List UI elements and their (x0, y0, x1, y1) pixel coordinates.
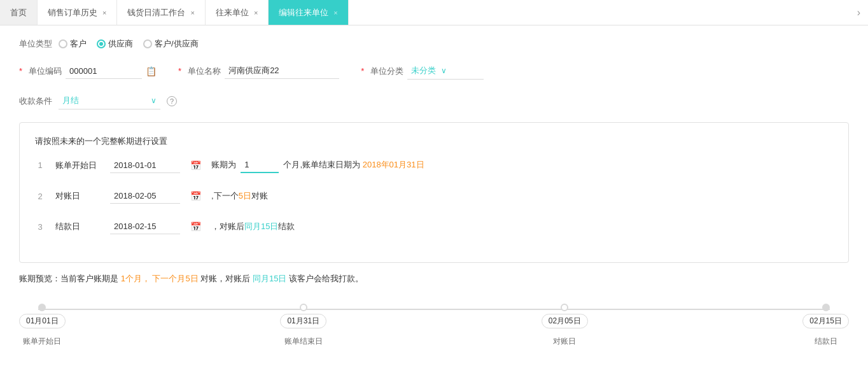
timeline-label-2: 01月31日 (280, 314, 326, 328)
chevron-down-icon: ∨ (441, 66, 447, 75)
tabs-bar: 首页 销售订单历史 × 钱货日清工作台 × 往来单位 × 编辑往来单位 × › (0, 0, 868, 25)
main-content: 单位类型 客户 供应商 客户/供应商 * 单位编码 📋 * 单位名称 (0, 25, 868, 387)
tab-sales-close-icon[interactable]: × (102, 9, 106, 17)
period-suffix-3: 结款 (278, 222, 295, 231)
timeline-sub-4: 结款日 (815, 336, 837, 347)
preview-part4: 同月15日 (253, 274, 286, 283)
tab-partner-unit[interactable]: 往来单位 × (206, 0, 269, 25)
period-prefix-2: ,下一个 (211, 191, 239, 201)
question-icon[interactable]: ? (167, 96, 177, 106)
period-date-input-2[interactable] (110, 188, 180, 204)
timeline-point-1: 01月01日 账单开始日 (19, 304, 66, 347)
timeline-point-4: 02月15日 结款日 (802, 304, 849, 347)
tab-cash-close-icon[interactable]: × (190, 9, 194, 17)
timeline-point-3: 02月05日 对账日 (542, 304, 588, 347)
period-calendar-icon-2[interactable]: 📅 (190, 191, 201, 201)
period-settings-title: 请按照未来的一个完整帐期进行设置 (35, 136, 833, 147)
period-row-1: 1 账单开始日 📅 账期为 个月,账单结束日期为 2018年01月31日 (35, 157, 833, 173)
timeline-sub-3: 对账日 (553, 336, 576, 347)
tab-home-label: 首页 (10, 7, 27, 18)
period-row-2: 2 对账日 📅 ,下一个5日对账 (35, 188, 833, 204)
preview-part1: 1个月， (121, 274, 150, 283)
period-num-3: 3 (35, 222, 45, 232)
period-desc-2: ,下一个5日对账 (211, 190, 268, 202)
period-suffix-2: 对账 (251, 191, 268, 201)
preview-part2: 下一个月5日 (152, 274, 198, 283)
period-highlight-day-2: 5日 (239, 191, 251, 201)
period-date-input-1[interactable] (110, 158, 180, 173)
timeline-dot-1 (38, 304, 46, 311)
tab-partner-close-icon[interactable]: × (254, 9, 258, 17)
period-date-input-3[interactable] (110, 219, 180, 234)
payment-terms-row: 收款条件 月结 ∨ ? (19, 92, 849, 109)
unit-type-radio-group: 客户 供应商 客户/供应商 (59, 38, 199, 50)
tab-cash-label: 钱货日清工作台 (127, 7, 185, 18)
tab-edit-label: 编辑往来单位 (279, 7, 328, 18)
preview-part5: 该客户会给我打款。 (289, 274, 363, 283)
radio-customer-circle (59, 39, 67, 48)
unit-code-group: * 单位编码 📋 (19, 64, 157, 79)
radio-supplier-circle (97, 39, 106, 48)
unit-code-input[interactable] (66, 64, 142, 79)
unit-name-group: * 单位名称 (178, 64, 339, 79)
period-highlight-day-3: 同月15日 (244, 222, 278, 231)
period-field-label-3: 结款日 (55, 221, 100, 232)
unit-category-star: * (361, 66, 364, 76)
period-prefix-3: ，对账后 (211, 222, 244, 231)
unit-category-value: 未分类 (411, 65, 436, 76)
tab-sales-order-history[interactable]: 销售订单历史 × (38, 0, 117, 25)
period-num-2: 2 (35, 192, 45, 201)
unit-name-star: * (178, 66, 181, 76)
radio-both[interactable]: 客户/供应商 (143, 38, 199, 50)
timeline-dot-4 (822, 304, 830, 311)
period-suffix-1: 个月,账单结束日期为 (281, 160, 363, 169)
period-desc-3: ，对账后同月15日结款 (211, 221, 295, 232)
preview-label: 账期预览：当前客户账期是 (19, 274, 118, 283)
timeline-dot-2 (300, 304, 307, 311)
tab-edit-partner[interactable]: 编辑往来单位 × (269, 0, 348, 25)
timeline: 01月01日 账单开始日 01月31日 账单结束日 02月05日 对账日 02月… (19, 297, 849, 353)
unit-category-label: 单位分类 (370, 66, 403, 77)
timeline-label-4: 02月15日 (802, 314, 849, 328)
tab-edit-close-icon[interactable]: × (333, 9, 337, 17)
unit-category-group: * 单位分类 未分类 ∨ (361, 62, 484, 80)
payment-terms-label: 收款条件 (19, 95, 52, 107)
radio-customer-label: 客户 (70, 38, 87, 50)
period-calendar-icon-1[interactable]: 📅 (190, 160, 201, 171)
payment-chevron-icon: ∨ (151, 96, 157, 105)
period-row-3: 3 结款日 📅 ，对账后同月15日结款 (35, 219, 833, 234)
unit-code-star: * (19, 66, 22, 76)
period-num-1: 1 (35, 160, 45, 170)
period-calendar-icon-3[interactable]: 📅 (190, 222, 201, 232)
unit-name-label: 单位名称 (188, 66, 221, 77)
radio-both-circle (143, 39, 152, 48)
unit-type-label: 单位类型 (19, 38, 52, 50)
payment-terms-select[interactable]: 月结 ∨ (59, 92, 160, 109)
tab-partner-label: 往来单位 (216, 7, 249, 18)
period-suffix-prefix-1: 账期为 (211, 160, 236, 169)
timeline-sub-1: 账单开始日 (23, 336, 61, 347)
unit-name-input[interactable] (225, 64, 339, 79)
tab-sales-label: 销售订单历史 (48, 7, 97, 18)
timeline-points: 01月01日 账单开始日 01月31日 账单结束日 02月05日 对账日 02月… (19, 304, 849, 347)
timeline-dot-3 (561, 304, 568, 311)
preview-section: 账期预览：当前客户账期是 1个月， 下一个月5日 对账，对账后 同月15日 该客… (19, 273, 849, 285)
timeline-point-2: 01月31日 账单结束日 (280, 304, 326, 347)
period-field-label-1: 账单开始日 (55, 160, 100, 171)
radio-customer[interactable]: 客户 (59, 38, 87, 50)
tabs-expand-button[interactable]: › (850, 7, 868, 18)
calendar-icon[interactable]: 📋 (146, 66, 157, 76)
period-field-label-2: 对账日 (55, 190, 100, 202)
unit-type-row: 单位类型 客户 供应商 客户/供应商 (19, 38, 849, 50)
period-highlight-date-1: 2018年01月31日 (363, 160, 424, 169)
unit-category-select[interactable]: 未分类 ∨ (407, 62, 484, 80)
period-months-input[interactable] (241, 157, 279, 173)
period-settings-box: 请按照未来的一个完整帐期进行设置 1 账单开始日 📅 账期为 个月,账单结束日期… (19, 122, 849, 263)
radio-supplier[interactable]: 供应商 (97, 38, 133, 50)
tab-home[interactable]: 首页 (0, 0, 38, 25)
preview-part3: 对账，对账后 (200, 274, 250, 283)
unit-code-row: * 单位编码 📋 * 单位名称 * 单位分类 未分类 ∨ (19, 62, 849, 80)
timeline-label-3: 02月05日 (542, 314, 588, 328)
tab-cash-work[interactable]: 钱货日清工作台 × (117, 0, 205, 25)
radio-supplier-label: 供应商 (108, 38, 133, 50)
